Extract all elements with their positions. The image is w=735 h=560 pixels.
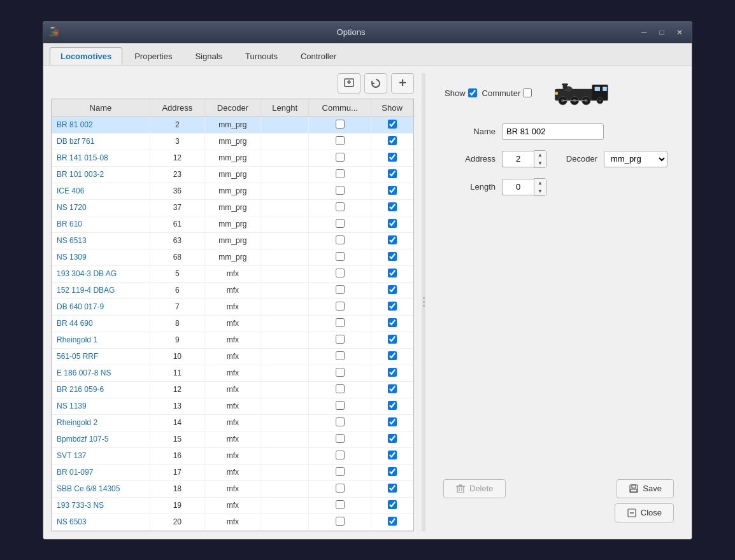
address-down-button[interactable]: ▼	[534, 159, 546, 167]
show-row-checkbox[interactable]	[388, 219, 397, 228]
cell-commuter[interactable]	[309, 365, 371, 381]
tab-locomotives[interactable]: Locomotives	[50, 47, 122, 65]
table-row[interactable]: DB 640 017-97mfx	[52, 298, 413, 315]
cell-show[interactable]	[371, 116, 413, 133]
table-row[interactable]: BR 101 003-223mm_prg	[52, 166, 413, 183]
cell-commuter[interactable]	[309, 431, 371, 447]
cell-show[interactable]	[371, 480, 413, 497]
cell-show[interactable]	[371, 216, 413, 232]
table-row[interactable]: SBB Ce 6/8 1430518mfx	[52, 480, 413, 497]
cell-commuter[interactable]	[309, 216, 371, 232]
commuter-row-checkbox[interactable]	[336, 302, 345, 311]
table-row[interactable]: BR 141 015-0812mm_prg	[52, 150, 413, 166]
cell-commuter[interactable]	[309, 332, 371, 348]
commuter-row-checkbox[interactable]	[336, 120, 345, 129]
show-row-checkbox[interactable]	[388, 235, 397, 244]
cell-show[interactable]	[371, 298, 413, 315]
show-row-checkbox[interactable]	[388, 202, 397, 211]
show-row-checkbox[interactable]	[388, 351, 397, 360]
cell-commuter[interactable]	[309, 315, 371, 332]
table-row[interactable]: 193 733-3 NS19mfx	[52, 497, 413, 514]
cell-commuter[interactable]	[309, 249, 371, 265]
cell-show[interactable]	[371, 514, 413, 530]
cell-commuter[interactable]	[309, 497, 371, 514]
commuter-row-checkbox[interactable]	[336, 169, 345, 178]
table-row[interactable]: SVT 13716mfx	[52, 447, 413, 464]
show-row-checkbox[interactable]	[388, 451, 397, 459]
cell-show[interactable]	[371, 464, 413, 480]
show-row-checkbox[interactable]	[388, 484, 397, 493]
commuter-row-checkbox[interactable]	[336, 351, 345, 360]
show-row-checkbox[interactable]	[388, 120, 397, 129]
table-row[interactable]: Rheingold 214mfx	[52, 414, 413, 431]
commuter-row-checkbox[interactable]	[336, 153, 345, 162]
commuter-row-checkbox[interactable]	[336, 219, 345, 228]
cell-show[interactable]	[371, 133, 413, 150]
table-row[interactable]: Rheingold 19mfx	[52, 332, 413, 348]
table-row[interactable]: BR 61061mm_prg	[52, 216, 413, 232]
address-up-button[interactable]: ▲	[534, 151, 546, 159]
cell-show[interactable]	[371, 447, 413, 464]
add-button[interactable]: +	[391, 73, 414, 94]
cell-show[interactable]	[371, 150, 413, 166]
maximize-button[interactable]: □	[655, 27, 669, 38]
cell-show[interactable]	[371, 249, 413, 265]
table-row[interactable]: BR 44 6908mfx	[52, 315, 413, 332]
delete-button[interactable]: Delete	[443, 479, 506, 498]
show-row-checkbox[interactable]	[388, 500, 397, 509]
commuter-row-checkbox[interactable]	[336, 252, 345, 261]
cell-show[interactable]	[371, 232, 413, 249]
length-down-button[interactable]: ▼	[534, 187, 546, 195]
commuter-row-checkbox[interactable]	[336, 467, 345, 476]
show-row-checkbox[interactable]	[388, 153, 397, 162]
cell-commuter[interactable]	[309, 447, 371, 464]
minimize-button[interactable]: ─	[637, 27, 651, 38]
cell-show[interactable]	[371, 381, 413, 398]
cell-show[interactable]	[371, 282, 413, 298]
cell-commuter[interactable]	[309, 150, 371, 166]
show-row-checkbox[interactable]	[388, 434, 397, 443]
tab-turnouts[interactable]: Turnouts	[234, 47, 289, 65]
cell-show[interactable]	[371, 398, 413, 414]
cell-show[interactable]	[371, 183, 413, 199]
cell-commuter[interactable]	[309, 116, 371, 133]
show-row-checkbox[interactable]	[388, 285, 397, 294]
import-button[interactable]	[338, 73, 360, 94]
table-row[interactable]: BR 216 059-612mfx	[52, 381, 413, 398]
cell-show[interactable]	[371, 315, 413, 332]
show-row-checkbox[interactable]	[388, 136, 397, 145]
commuter-row-checkbox[interactable]	[336, 235, 345, 244]
cell-show[interactable]	[371, 332, 413, 348]
show-row-checkbox[interactable]	[388, 302, 397, 311]
cell-commuter[interactable]	[309, 183, 371, 199]
close-button[interactable]: ✕	[673, 27, 687, 38]
length-input[interactable]	[502, 179, 534, 195]
show-row-checkbox[interactable]	[388, 318, 397, 327]
cell-commuter[interactable]	[309, 480, 371, 497]
commuter-row-checkbox[interactable]	[336, 202, 345, 211]
table-row[interactable]: 561-05 RRF10mfx	[52, 348, 413, 365]
table-row[interactable]: 152 119-4 DBAG6mfx	[52, 282, 413, 298]
commuter-checkbox[interactable]	[523, 88, 532, 97]
show-row-checkbox[interactable]	[388, 169, 397, 178]
cell-commuter[interactable]	[309, 166, 371, 183]
cell-show[interactable]	[371, 365, 413, 381]
cell-show[interactable]	[371, 348, 413, 365]
cell-show[interactable]	[371, 265, 413, 282]
show-row-checkbox[interactable]	[388, 384, 397, 393]
cell-show[interactable]	[371, 431, 413, 447]
commuter-row-checkbox[interactable]	[336, 186, 345, 195]
reset-button[interactable]	[364, 73, 387, 94]
cell-show[interactable]	[371, 497, 413, 514]
decoder-select[interactable]: mm_prg mfx dcc sx1	[604, 151, 667, 167]
commuter-row-checkbox[interactable]	[336, 500, 345, 509]
commuter-row-checkbox[interactable]	[336, 368, 345, 377]
locomotive-table-container[interactable]: Name Address Decoder Lenght Commu... Sho…	[51, 99, 414, 531]
table-row[interactable]: NS 172037mm_prg	[52, 199, 413, 216]
cell-commuter[interactable]	[309, 282, 371, 298]
cell-show[interactable]	[371, 166, 413, 183]
cell-commuter[interactable]	[309, 414, 371, 431]
commuter-row-checkbox[interactable]	[336, 136, 345, 145]
cell-commuter[interactable]	[309, 298, 371, 315]
table-row[interactable]: NS 130968mm_prg	[52, 249, 413, 265]
